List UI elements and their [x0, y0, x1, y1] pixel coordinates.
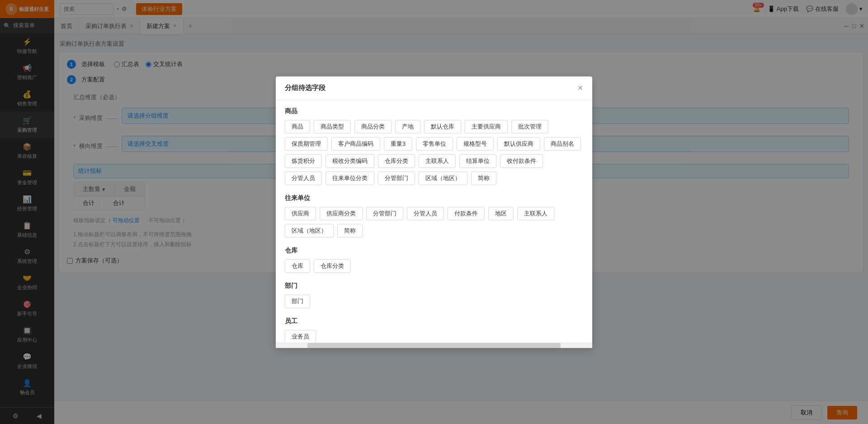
field-section-partner: 往来单位 供应商 供应商分类 分管部门 分管人员 付款条件 地区 主联系人 区域… — [285, 194, 583, 238]
section-title-staff: 员工 — [285, 317, 583, 325]
modal-bottom-scrollbar[interactable] — [276, 343, 592, 348]
field-tag-partner-6[interactable]: 主联系人 — [517, 207, 554, 220]
field-tag-goods-18[interactable]: 结算单位 — [459, 154, 496, 168]
field-tag-goods-7[interactable]: 保质期管理 — [285, 137, 328, 151]
field-tag-partner-3[interactable]: 分管人员 — [407, 207, 444, 220]
field-tag-goods-21[interactable]: 往来单位分类 — [326, 172, 374, 185]
field-tag-goods-4[interactable]: 默认仓库 — [424, 120, 461, 133]
field-section-warehouse: 仓库 仓库 仓库分类 — [285, 247, 583, 273]
warehouse-field-tags: 仓库 仓库分类 — [285, 259, 583, 273]
field-tag-goods-24[interactable]: 简称 — [471, 172, 496, 185]
field-tag-warehouse-0[interactable]: 仓库 — [285, 259, 310, 273]
section-title-warehouse: 仓库 — [285, 247, 583, 255]
field-section-staff: 员工 业务员 — [285, 317, 583, 343]
field-select-modal: 分组待选字段 ✕ 商品 商品 商品类型 商品分类 产地 默认仓库 主要供应商 批… — [276, 76, 592, 348]
field-tag-staff-0[interactable]: 业务员 — [285, 330, 316, 343]
field-tag-partner-4[interactable]: 付款条件 — [448, 207, 485, 220]
field-tag-warehouse-1[interactable]: 仓库分类 — [314, 259, 351, 273]
field-tag-dept-0[interactable]: 部门 — [285, 295, 310, 308]
field-tag-goods-2[interactable]: 商品分类 — [354, 120, 392, 133]
field-tag-goods-20[interactable]: 分管人员 — [285, 172, 322, 185]
field-tag-partner-1[interactable]: 供应商分类 — [320, 207, 363, 220]
field-tag-partner-2[interactable]: 分管部门 — [366, 207, 403, 220]
field-tag-goods-22[interactable]: 分管部门 — [378, 172, 415, 185]
field-tag-partner-8[interactable]: 简称 — [337, 224, 363, 238]
field-tag-partner-5[interactable]: 地区 — [488, 207, 514, 220]
field-section-dept: 部门 部门 — [285, 282, 583, 308]
field-tag-goods-8[interactable]: 客户商品编码 — [331, 137, 380, 151]
field-tag-goods-1[interactable]: 商品类型 — [314, 120, 351, 133]
staff-field-tags: 业务员 — [285, 330, 583, 343]
modal-title: 分组待选字段 — [285, 84, 326, 92]
field-tag-goods-13[interactable]: 商品别名 — [544, 137, 581, 151]
modal-overlay[interactable]: 分组待选字段 ✕ 商品 商品 商品类型 商品分类 产地 默认仓库 主要供应商 批… — [0, 0, 868, 424]
field-tag-goods-16[interactable]: 仓库分类 — [378, 154, 415, 168]
field-tag-goods-0[interactable]: 商品 — [285, 120, 310, 133]
field-tag-partner-7[interactable]: 区域（地区） — [285, 224, 334, 238]
scroll-thumb — [307, 343, 561, 348]
field-tag-goods-3[interactable]: 产地 — [395, 120, 420, 133]
field-tag-goods-11[interactable]: 规格型号 — [457, 137, 494, 151]
modal-body: 商品 商品 商品类型 商品分类 产地 默认仓库 主要供应商 批次管理 保质期管理… — [276, 100, 592, 343]
section-title-dept: 部门 — [285, 282, 583, 290]
goods-field-tags: 商品 商品类型 商品分类 产地 默认仓库 主要供应商 批次管理 保质期管理 客户… — [285, 120, 583, 185]
dept-field-tags: 部门 — [285, 295, 583, 308]
field-section-goods: 商品 商品 商品类型 商品分类 产地 默认仓库 主要供应商 批次管理 保质期管理… — [285, 107, 583, 185]
field-tag-goods-19[interactable]: 收付款条件 — [500, 154, 543, 168]
field-tag-goods-12[interactable]: 默认供应商 — [497, 137, 540, 151]
field-tag-goods-15[interactable]: 税收分类编码 — [326, 154, 374, 168]
field-tag-goods-14[interactable]: 炼货积分 — [285, 154, 322, 168]
field-tag-partner-0[interactable]: 供应商 — [285, 207, 316, 220]
field-tag-goods-17[interactable]: 主联系人 — [419, 154, 456, 168]
field-tag-goods-6[interactable]: 批次管理 — [511, 120, 548, 133]
field-tag-goods-23[interactable]: 区域（地区） — [419, 172, 467, 185]
field-tag-goods-5[interactable]: 主要供应商 — [465, 120, 508, 133]
section-title-partner: 往来单位 — [285, 194, 583, 202]
field-tag-goods-9[interactable]: 重量3 — [384, 137, 412, 151]
field-tag-goods-10[interactable]: 零售单位 — [416, 137, 453, 151]
section-title-goods: 商品 — [285, 107, 583, 115]
modal-header: 分组待选字段 ✕ — [276, 76, 592, 100]
modal-close-btn[interactable]: ✕ — [577, 84, 583, 92]
partner-field-tags: 供应商 供应商分类 分管部门 分管人员 付款条件 地区 主联系人 区域（地区） … — [285, 207, 583, 238]
